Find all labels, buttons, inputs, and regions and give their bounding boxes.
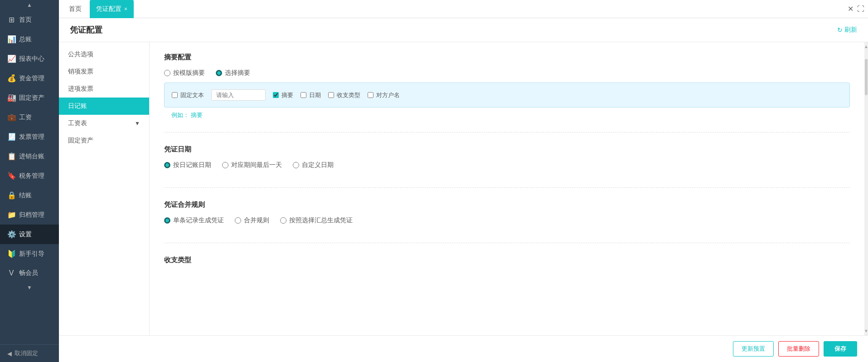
summary-section-title: 摘要配置 (164, 53, 850, 62)
counterpart-checkbox[interactable] (368, 92, 373, 98)
assets-icon: 🏭 (7, 93, 15, 102)
abstract-checkbox-label[interactable]: 摘要 (273, 91, 293, 99)
content-area: 凭证配置 ↻ 刷新 公共选项 销项发票 进项发票 日记账 (59, 18, 868, 362)
select-merge-radio[interactable] (280, 217, 286, 224)
date-checkbox-label[interactable]: 日期 (301, 91, 321, 99)
batch-delete-button[interactable]: 批量删除 (778, 341, 819, 357)
journal-date-radio-label[interactable]: 按日记账日期 (164, 161, 211, 169)
tab-bar: 首页 凭证配置 × ✕ ⛶ (59, 0, 868, 18)
merge-rule-radio-label[interactable]: 合并规则 (235, 216, 269, 225)
update-preview-button[interactable]: 更新预置 (733, 341, 774, 357)
sidebar: ▲ ⊞ 首页 📊 总账 📈 报表中心 💰 资金管理 🏭 固定资产 💼 工资 🧾 … (0, 0, 59, 362)
left-nav-sales-invoice[interactable]: 销项发票 (59, 63, 149, 80)
last-day-radio[interactable] (222, 162, 228, 168)
select-summary-radio-label[interactable]: 选择摘要 (216, 69, 250, 77)
sidebar-item-member[interactable]: V 畅会员 (0, 264, 59, 283)
sidebar-item-ledger[interactable]: 📊 总账 (0, 29, 59, 49)
scrollbar-track[interactable]: ▲ ▼ (864, 42, 868, 335)
left-nav-fixed-assets[interactable]: 固定资产 (59, 132, 149, 149)
bottom-bar: 更新预置 批量删除 保存 (59, 335, 868, 362)
archive-icon: 📁 (7, 210, 15, 219)
home-icon: ⊞ (7, 15, 15, 24)
summary-section: 摘要配置 按模版摘要 选择摘要 (164, 53, 850, 132)
salary-icon: 💼 (7, 113, 15, 122)
sidebar-item-archive[interactable]: 📁 归档管理 (0, 205, 59, 225)
chevron-down-icon: ▼ (135, 120, 140, 127)
sidebar-scroll-down[interactable]: ▼ (0, 283, 59, 293)
sidebar-item-settings[interactable]: ⚙️ 设置 (0, 225, 59, 244)
sidebar-item-salary[interactable]: 💼 工资 (0, 108, 59, 127)
scroll-thumb[interactable] (865, 59, 868, 95)
fixed-text-checkbox-label[interactable]: 固定文本 (172, 91, 204, 99)
purchase-sale-icon: 📋 (7, 152, 15, 161)
single-record-radio[interactable] (164, 217, 170, 224)
refresh-icon: ↻ (837, 26, 843, 34)
template-summary-radio-label[interactable]: 按模版摘要 (164, 69, 205, 77)
abstract-checkbox[interactable] (273, 92, 279, 98)
body-wrap: 公共选项 销项发票 进项发票 日记账 工资表 ▼ 固定资产 (59, 42, 868, 335)
window-maximize-button[interactable]: ⛶ (857, 5, 864, 13)
left-nav-public[interactable]: 公共选项 (59, 46, 149, 63)
voucher-date-section-title: 凭证日期 (164, 145, 850, 154)
invoice-mgr-icon: 🧾 (7, 132, 15, 141)
example-text: 例如： 摘要 (164, 111, 850, 119)
left-nav-payroll[interactable]: 工资表 ▼ (59, 115, 149, 132)
income-type-checkbox-label[interactable]: 收支类型 (328, 91, 360, 99)
guide-icon: 🔰 (7, 249, 15, 258)
fixed-text-checkbox[interactable] (172, 92, 178, 98)
tab-home[interactable]: 首页 (63, 0, 88, 18)
refresh-button[interactable]: ↻ 刷新 (837, 26, 857, 34)
voucher-date-radio-group: 按日记账日期 对应期间最后一天 自定义日期 (164, 161, 850, 169)
voucher-date-section: 凭证日期 按日记账日期 对应期间最后一天 自定义日期 (164, 145, 850, 188)
merge-rule-option-radio[interactable] (235, 217, 241, 224)
pin-icon: ◀ (7, 350, 12, 357)
sidebar-item-guide[interactable]: 🔰 新手引导 (0, 244, 59, 264)
income-type-section: 收支类型 (164, 256, 850, 284)
counterpart-checkbox-label[interactable]: 对方户名 (368, 91, 400, 99)
date-checkbox[interactable] (301, 92, 306, 98)
closing-icon: 🔒 (7, 191, 15, 200)
right-content: 摘要配置 按模版摘要 选择摘要 (150, 42, 864, 335)
fixed-text-input[interactable] (211, 89, 266, 101)
merge-rule-radio-group: 单条记录生成凭证 合并规则 按照选择汇总生成凭证 (164, 216, 850, 225)
summary-checkbox-row: 固定文本 摘要 日期 收支类型 (164, 83, 850, 108)
window-close-button[interactable]: ✕ (848, 5, 853, 13)
tab-bar-actions: ✕ ⛶ (848, 5, 864, 13)
left-nav-purchase-invoice[interactable]: 进项发票 (59, 80, 149, 98)
settings-icon: ⚙️ (7, 230, 15, 239)
income-type-section-title: 收支类型 (164, 256, 850, 264)
single-record-radio-label[interactable]: 单条记录生成凭证 (164, 216, 224, 225)
sidebar-item-tax[interactable]: 🔖 税务管理 (0, 166, 59, 186)
custom-date-radio[interactable] (293, 162, 299, 168)
sidebar-item-home[interactable]: ⊞ 首页 (0, 10, 59, 29)
fund-icon: 💰 (7, 74, 15, 83)
last-day-radio-label[interactable]: 对应期间最后一天 (222, 161, 282, 169)
sidebar-item-closing[interactable]: 🔒 结账 (0, 186, 59, 205)
template-summary-radio[interactable] (164, 70, 170, 76)
left-nav-journal[interactable]: 日记账 (59, 98, 149, 115)
sidebar-item-report[interactable]: 📈 报表中心 (0, 49, 59, 68)
journal-date-radio[interactable] (164, 162, 170, 168)
merge-rule-section: 凭证合并规则 单条记录生成凭证 合并规则 按照选择汇总生成凭证 (164, 201, 850, 243)
sidebar-item-assets[interactable]: 🏭 固定资产 (0, 88, 59, 108)
merge-rule-section-title: 凭证合并规则 (164, 201, 850, 209)
income-type-checkbox[interactable] (328, 92, 334, 98)
summary-radio-group: 按模版摘要 选择摘要 (164, 69, 850, 77)
select-merge-radio-label[interactable]: 按照选择汇总生成凭证 (280, 216, 353, 225)
report-icon: 📈 (7, 54, 15, 63)
tax-icon: 🔖 (7, 171, 15, 180)
save-button[interactable]: 保存 (824, 341, 857, 357)
tab-close-icon[interactable]: × (124, 6, 127, 12)
page-header: 凭证配置 ↻ 刷新 (59, 18, 868, 42)
page-title: 凭证配置 (70, 24, 102, 35)
sidebar-item-purchase-sale[interactable]: 📋 进销台账 (0, 147, 59, 166)
sidebar-item-invoice-mgr[interactable]: 🧾 发票管理 (0, 127, 59, 147)
ledger-icon: 📊 (7, 35, 15, 44)
cancel-fixed-button[interactable]: ◀ 取消固定 (0, 344, 59, 362)
sidebar-item-fund[interactable]: 💰 资金管理 (0, 68, 59, 88)
member-icon: V (7, 269, 15, 277)
select-summary-radio[interactable] (216, 70, 222, 76)
custom-date-radio-label[interactable]: 自定义日期 (293, 161, 334, 169)
sidebar-scroll-up[interactable]: ▲ (0, 0, 59, 10)
tab-voucher-config[interactable]: 凭证配置 × (90, 0, 134, 18)
